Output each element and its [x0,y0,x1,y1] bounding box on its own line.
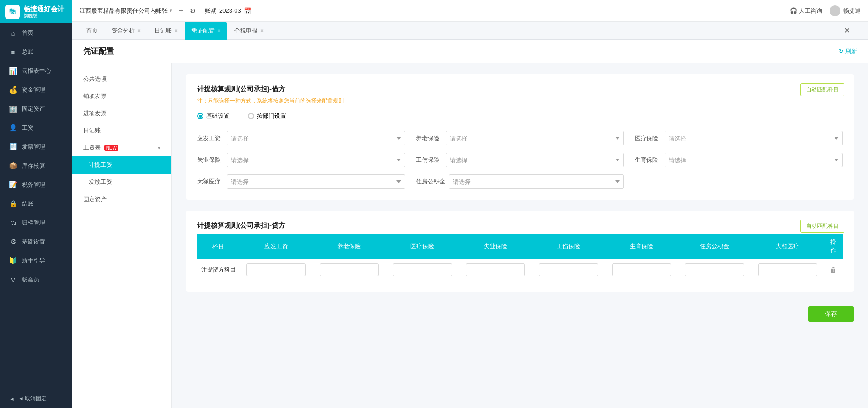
sidebar-item-reports[interactable]: 📊 云报表中心 [0,61,72,80]
service-btn[interactable]: 🎧 人工咨询 [790,7,822,15]
td-delete[interactable]: 🗑 [824,259,843,281]
td-shengyu[interactable] [605,259,678,281]
radio-by-dept[interactable]: 按部门设置 [248,112,286,120]
sidebar-item-label: 库存核算 [22,162,45,170]
tab-fund-analysis-close[interactable]: × [137,28,141,34]
tab-journal-close[interactable]: × [175,28,178,34]
radio-basic-circle [197,113,203,119]
form-item-shengyu: 生育保险 请选择 [635,153,843,167]
td-yingfa[interactable] [240,259,313,281]
refresh-btn[interactable]: ↻ 刷新 [839,47,857,56]
add-icon[interactable]: ＋ [178,6,184,15]
credit-section: 计提核算规则(公司承担)-贷方 自动匹配科目 科目 应发工资 养老保险 医疗保险… [186,211,854,292]
sidebar-item-tax[interactable]: 📝 税务管理 [0,175,72,194]
input-dale[interactable] [758,263,817,276]
left-nav-journal[interactable]: 日记账 [72,122,171,139]
headset-icon: 🎧 [790,7,797,14]
sidebar-item-fund[interactable]: 💰 资金管理 [0,80,72,99]
sidebar-item-vip[interactable]: V 畅会员 [0,270,72,289]
user-info[interactable]: 畅捷通 [830,5,861,16]
period-selector[interactable]: 账期 2023-03 📅 [205,7,251,15]
main: 江西服宝精品有限责任公司内账张 ▾ ＋ ⚙ 账期 2023-03 📅 🎧 人工咨… [72,0,868,408]
input-gongshang[interactable] [539,263,598,276]
tab-voucher-config[interactable]: 凭证配置 × [185,22,227,40]
th-zhufang: 住房公积金 [678,234,751,259]
close-window-icon[interactable]: ✕ [844,26,850,35]
input-yanglao[interactable] [320,263,379,276]
sidebar-logo: 畅 畅捷通好会计 旗舰版 [0,0,72,23]
sidebar-item-label: 总账 [22,48,33,56]
company-selector[interactable]: 江西服宝精品有限责任公司内账张 ▾ [80,7,172,15]
sidebar-item-invoice[interactable]: 🧾 发票管理 [0,137,72,156]
sidebar-item-settings[interactable]: ⚙ 基础设置 [0,232,72,251]
left-nav-provision[interactable]: 计提工资 [72,156,171,174]
sidebar-item-fixed-assets[interactable]: 🏢 固定资产 [0,99,72,118]
reports-icon: 📊 [9,67,17,75]
select-yingfa[interactable]: 请选择 [227,131,405,145]
select-zhufang[interactable]: 请选择 [449,174,624,189]
delete-row-icon[interactable]: 🗑 [830,266,837,274]
select-yiliao[interactable]: 请选择 [665,131,843,145]
sidebar-item-closing[interactable]: 🔒 结账 [0,194,72,213]
credit-section-title: 计提核算规则(公司承担)-贷方 [197,221,843,230]
label-yanglao: 养老保险 [416,134,442,142]
td-zhufang[interactable] [678,259,751,281]
tab-fund-analysis[interactable]: 资金分析 × [105,22,147,40]
debit-auto-match-btn[interactable]: 自动匹配科目 [800,83,844,96]
sidebar-item-salary[interactable]: 👤 工资 [0,118,72,137]
sidebar-item-archive[interactable]: 🗂 归档管理 [0,213,72,232]
tabbar-actions: ✕ ⛶ [844,26,861,35]
sidebar-item-label: 结账 [22,200,33,208]
left-nav-fixed-assets[interactable]: 固定资产 [72,191,171,208]
sidebar-item-label: 归档管理 [22,219,45,227]
td-dale[interactable] [751,259,825,281]
input-shengyu[interactable] [612,263,671,276]
sidebar-unpin-btn[interactable]: ◄ ◄ 取消固定 [0,389,72,408]
tab-tax-report[interactable]: 个税申报 × [228,22,270,40]
sidebar-item-home[interactable]: ⌂ 首页 [0,23,72,42]
select-gongshang[interactable]: 请选择 [446,153,624,167]
left-nav-sales-invoice[interactable]: 销项发票 [72,88,171,105]
save-area: 保存 [186,303,854,329]
chevron-down-icon: ▾ [170,8,172,14]
sidebar-item-label: 发票管理 [22,143,45,151]
left-nav-pay-salary[interactable]: 发放工资 [72,174,171,191]
input-yiliao[interactable] [393,263,452,276]
input-yingfa[interactable] [246,263,306,276]
select-yanglao[interactable]: 请选择 [446,131,624,145]
home-icon: ⌂ [9,29,17,37]
td-yanglao[interactable] [313,259,386,281]
radio-basic[interactable]: 基础设置 [197,112,230,120]
left-nav-salary-table-group[interactable]: 工资表 NEW ▾ [72,139,171,156]
sidebar: 畅 畅捷通好会计 旗舰版 ⌂ 首页 ≡ 总账 📊 云报表中心 💰 资金管理 🏢 … [0,0,72,408]
input-shiye[interactable] [466,263,525,276]
expand-icon[interactable]: ⛶ [854,26,861,35]
select-shengyu[interactable]: 请选择 [665,153,843,167]
calendar-icon[interactable]: 📅 [244,7,251,14]
input-zhufang[interactable] [685,263,744,276]
unpin-label: ◄ 取消固定 [18,395,47,403]
credit-auto-match-btn[interactable]: 自动匹配科目 [800,220,844,233]
left-nav-public[interactable]: 公共选项 [72,70,171,88]
sidebar-item-inventory[interactable]: 📦 库存核算 [0,156,72,175]
fixed-assets-icon: 🏢 [9,105,17,113]
sidebar-item-guide[interactable]: 🔰 新手引导 [0,251,72,270]
gear-icon[interactable]: ⚙ [190,7,196,15]
sidebar-item-ledger[interactable]: ≡ 总账 [0,42,72,61]
td-yiliao[interactable] [386,259,459,281]
select-shiye[interactable]: 请选择 [227,153,405,167]
tab-journal[interactable]: 日记账 × [148,22,184,40]
unpin-icon: ◄ [9,396,14,402]
tab-voucher-config-close[interactable]: × [217,28,221,34]
th-shengyu: 生育保险 [605,234,678,259]
new-badge: NEW [104,145,118,151]
tab-home[interactable]: 首页 [80,22,104,40]
tab-tax-report-close[interactable]: × [260,28,264,34]
ledger-icon: ≡ [9,48,17,56]
select-dale[interactable]: 请选择 [227,174,405,189]
table-row: 计提贷方科目 🗑 [197,259,843,281]
left-nav-purchase-invoice[interactable]: 进项发票 [72,105,171,122]
save-button[interactable]: 保存 [808,306,854,322]
td-shiye[interactable] [459,259,532,281]
td-gongshang[interactable] [532,259,605,281]
